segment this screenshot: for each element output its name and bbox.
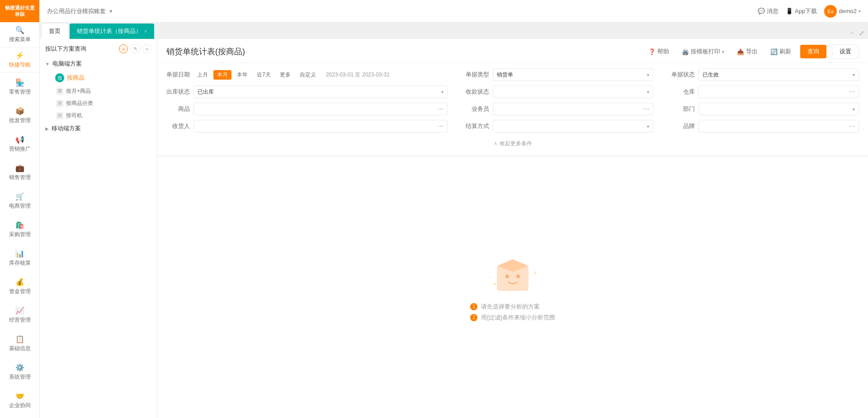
print-btn[interactable]: 🖨️ 按模板打印 ▾ [678, 46, 728, 57]
consignee-more-icon[interactable]: ··· [438, 122, 443, 130]
tab-active[interactable]: 销货单统计表（按商品） × [70, 24, 154, 39]
brand-more-icon[interactable]: ··· [849, 122, 855, 130]
brand-input[interactable]: ··· [698, 120, 859, 133]
filter-consignee: 收货人 ··· [166, 120, 448, 133]
sidebar-item-inventory[interactable]: 📊 库存核算 [0, 244, 39, 272]
filter-payment: 结算方式 ▾ [466, 120, 653, 133]
warehouse-more-icon[interactable]: ··· [849, 88, 855, 96]
refresh-btn[interactable]: 🔄 刷新 [767, 46, 795, 57]
export-btn[interactable]: 📤 导出 [733, 46, 761, 57]
sidebar-item-corp[interactable]: 🤝 企业协同 [0, 386, 39, 415]
warehouse-input[interactable]: ··· [698, 86, 859, 98]
date-pill-7days[interactable]: 近7天 [253, 70, 274, 80]
date-pill-thisyear[interactable]: 本年 [233, 70, 251, 80]
add-scheme-btn[interactable]: ＋ [119, 44, 128, 53]
export-icon: 📤 [737, 48, 744, 55]
date-pill-custom[interactable]: 自定义 [296, 70, 320, 80]
sidebar-item-retail[interactable]: 🏪 零售管理 [0, 73, 39, 101]
goods-input[interactable]: ··· [193, 103, 448, 115]
message-label: 消息 [767, 7, 778, 15]
sidebar-purchase-label: 采购管理 [9, 231, 31, 238]
receiptstatus-label: 收款状态 [466, 88, 489, 96]
page-header: 销货单统计表(按商品) ❓ 帮助 🖨️ 按模板打印 ▾ 📤 导出 [157, 39, 868, 63]
sidebar-item-system[interactable]: ⚙️ 系统管理 [0, 358, 39, 386]
date-pill-lastmonth[interactable]: 上月 [193, 70, 212, 80]
sidebar-item-ecommerce[interactable]: 🛒 电商管理 [0, 187, 39, 215]
staff-more-icon[interactable]: ··· [643, 105, 649, 113]
tree-arrow-pc: ▼ [45, 62, 50, 66]
content-area: 按以下方案查询 ＋ ✎ « ▼ 电脑端方案 按 按商品 图 按月+商品 [40, 39, 868, 418]
sidebar-item-basic[interactable]: 📋 基础信息 [0, 329, 39, 358]
empty-hint-1: 1 请先选择要分析的方案 [470, 303, 555, 311]
date-pill-more[interactable]: 更多 [276, 70, 294, 80]
page-title: 销货单统计表(按商品) [166, 46, 245, 57]
consignee-input[interactable]: ··· [193, 120, 448, 133]
topbar-left: 办公用品行业模拟账套 ▾ [47, 7, 113, 15]
tree-child-by-category[interactable]: 回 按商品分类 [51, 97, 157, 109]
tree-section-mobile[interactable]: ▶ 移动端方案 [40, 122, 157, 135]
outstatus-label: 出库状态 [166, 88, 190, 96]
tab-home-label: 首页 [49, 28, 61, 34]
app-download-btn[interactable]: 📱 App下载 [786, 7, 817, 15]
query-btn[interactable]: 查询 [800, 45, 826, 58]
sidebar-basic-label: 基础信息 [9, 345, 31, 352]
help-label: 帮助 [657, 48, 669, 56]
ecommerce-icon: 🛒 [15, 192, 24, 201]
tree-child-by-driver[interactable]: 回 按司机 [51, 109, 157, 122]
goods-more-icon[interactable]: ··· [438, 105, 443, 113]
help-btn[interactable]: ❓ 帮助 [645, 46, 673, 57]
collapse-btn[interactable]: ∧ 收起更多条件 [166, 137, 859, 150]
sidebar-search-label: 搜索菜单 [9, 36, 31, 43]
left-panel-header: 按以下方案查询 ＋ ✎ « [40, 44, 157, 57]
corp-icon: 🤝 [15, 392, 24, 400]
outstatus-select[interactable]: 已出库 ▾ [193, 86, 448, 98]
sidebar-item-operations[interactable]: 📈 经营管理 [0, 301, 39, 329]
tab-home[interactable]: 首页 [42, 24, 68, 39]
docstatus-value: 已生效 [703, 71, 719, 79]
sidebar-item-purchase[interactable]: 🛍️ 采购管理 [0, 215, 39, 244]
sidebar-item-quicknav[interactable]: ⚡ 快捷导航 [0, 48, 39, 73]
basic-icon: 📋 [15, 335, 24, 343]
svg-point-1 [505, 275, 509, 278]
collapse-panel-btn[interactable]: « [142, 44, 151, 53]
sidebar-item-sales[interactable]: 💼 销售管理 [0, 158, 39, 187]
topbar: 办公用品行业模拟账套 ▾ 💬 消息 📱 App下载 Ea demo2 ▾ [40, 0, 868, 23]
sidebar-item-marketing[interactable]: 📢 营销推广 [0, 130, 39, 158]
sidebar-wholesale-label: 批发管理 [9, 117, 31, 124]
sidebar: 畅捷通好生意 标版 🔍 搜索菜单 ⚡ 快捷导航 🏪 零售管理 📦 批发管理 📢 … [0, 0, 40, 418]
payment-select[interactable]: ▾ [493, 120, 653, 133]
edit-scheme-btn[interactable]: ✎ [131, 44, 140, 53]
tab-close-icon[interactable]: × [144, 28, 147, 34]
window-minimize-btn[interactable]: － [849, 29, 855, 37]
sidebar-item-wholesale[interactable]: 📦 批发管理 [0, 101, 39, 130]
goods-label: 商品 [166, 105, 190, 113]
username-label: demo2 [839, 8, 857, 14]
svg-point-4 [489, 276, 491, 278]
settings-btn[interactable]: 设置 [832, 44, 859, 59]
sidebar-system-label: 系统管理 [9, 373, 31, 381]
staff-input[interactable]: ··· [493, 103, 653, 115]
workspace-dropdown-icon[interactable]: ▾ [109, 8, 113, 14]
receiptstatus-select[interactable]: ▾ [493, 86, 653, 98]
empty-state: 1 请先选择要分析的方案 2 用[过滤]条件来缩小分析范围 [157, 156, 868, 418]
refresh-label: 刷新 [779, 48, 791, 56]
message-btn[interactable]: 💬 消息 [758, 7, 778, 15]
tree-node-by-goods[interactable]: 按 按商品 [40, 71, 157, 85]
user-avatar-area[interactable]: Ea demo2 ▾ [824, 5, 861, 18]
tree-child-by-month-goods[interactable]: 图 按月+商品 [51, 85, 157, 97]
window-maximize-btn[interactable]: ⤢ [859, 29, 864, 37]
empty-hint-2: 2 用[过滤]条件来缩小分析范围 [470, 314, 555, 322]
staff-label: 业务员 [466, 105, 489, 113]
doctype-select[interactable]: 销货单 ▾ [493, 68, 653, 81]
sidebar-item-search[interactable]: 🔍 搜索菜单 [0, 22, 39, 48]
purchase-icon: 🛍️ [15, 221, 24, 229]
svg-point-5 [534, 271, 537, 274]
date-pill-thismonth[interactable]: 本月 [213, 70, 231, 80]
dept-select[interactable]: ▾ [698, 103, 859, 115]
sales-icon: 💼 [15, 164, 24, 172]
filter-brand: 品牌 ··· [671, 120, 859, 133]
sidebar-item-finance[interactable]: 💰 资金管理 [0, 272, 39, 301]
sidebar-item-newguide[interactable]: 🌟 新手引导 [0, 415, 39, 418]
dept-dropdown-icon: ▾ [853, 107, 855, 112]
docstatus-select[interactable]: 已生效 ▾ [698, 68, 859, 81]
